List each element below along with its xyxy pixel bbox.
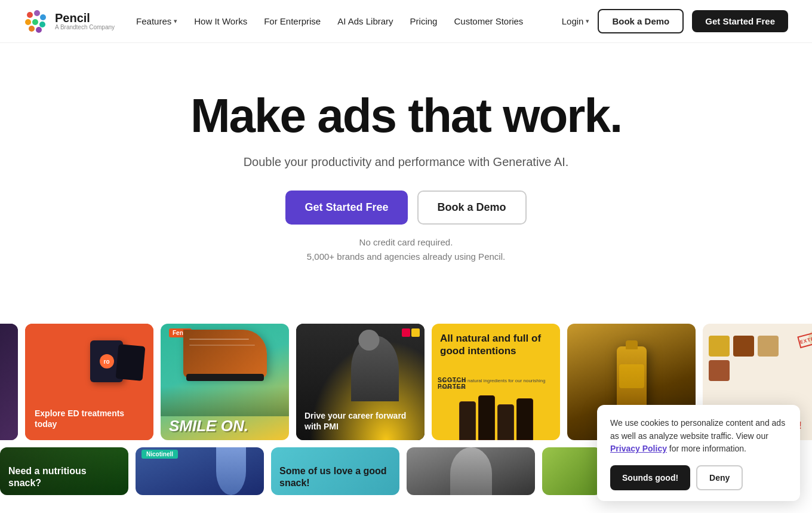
- hero-buttons: Get Started Free Book a Demo: [285, 191, 526, 225]
- logo-text: Pencil A Brandtech Company: [55, 12, 115, 31]
- list-item: [407, 447, 535, 495]
- cookie-deny-button[interactable]: Deny: [696, 465, 743, 490]
- svg-point-7: [36, 27, 42, 33]
- hero-title: Make ads that work.: [190, 91, 622, 141]
- ad-label: Drive your career forward with PMI: [304, 411, 416, 432]
- chevron-down-icon: ▾: [586, 17, 589, 25]
- navbar-left: Pencil A Brandtech Company Features ▾ Ho…: [24, 9, 523, 34]
- navbar-right: Login ▾ Book a Demo Get Started Free: [562, 9, 788, 33]
- ad-illustration: [183, 330, 267, 377]
- ad-person-head: [358, 330, 379, 351]
- ad-label: Explore ED treatments today: [35, 408, 144, 429]
- svg-point-0: [27, 12, 33, 18]
- ad-label: h.: [0, 417, 10, 431]
- palm-background: [161, 386, 289, 416]
- svg-point-2: [40, 14, 46, 20]
- ad-illustration: ro: [90, 340, 144, 382]
- cookie-banner: We use cookies to personalize content an…: [597, 405, 800, 501]
- ad-label: Some of us love a good snack!: [279, 465, 391, 489]
- list-item: Some of us love a good snack!: [271, 447, 399, 495]
- list-item: Need a nutritious snack?: [0, 447, 128, 495]
- nav-features[interactable]: Features ▾: [136, 16, 177, 26]
- ad-label: SMILE ON.: [169, 417, 281, 435]
- nav-for-enterprise[interactable]: For Enterprise: [264, 16, 321, 26]
- list-item: SCOTCHPORTER All natural and full of goo…: [432, 324, 560, 440]
- hero-section: Make ads that work. Double your producti…: [0, 43, 812, 300]
- privacy-policy-link[interactable]: Privacy Policy: [610, 444, 667, 453]
- logo: Pencil A Brandtech Company: [24, 9, 115, 34]
- brand-name: Pencil: [55, 12, 115, 24]
- hero-book-demo-button[interactable]: Book a Demo: [417, 191, 527, 225]
- ad-subtext: We only use natural ingredients for our …: [440, 377, 552, 391]
- nav-customer-stories[interactable]: Customer Stories: [454, 16, 523, 26]
- cookie-buttons: Sounds good! Deny: [610, 465, 787, 490]
- svg-point-6: [29, 26, 35, 32]
- hero-note-line2: 5,000+ brands and agencies already using…: [307, 250, 505, 264]
- list-item: Nicotinell: [136, 447, 264, 495]
- hero-get-started-button[interactable]: Get Started Free: [285, 191, 407, 225]
- svg-point-4: [32, 19, 38, 25]
- navbar: Pencil A Brandtech Company Features ▾ Ho…: [0, 0, 812, 43]
- brand-tagline: A Brandtech Company: [55, 24, 115, 31]
- list-item: [542, 447, 602, 495]
- ad-products: [432, 392, 560, 440]
- pencil-logo-icon: [24, 9, 49, 34]
- nav-links: Features ▾ How It Works For Enterprise A…: [136, 16, 523, 26]
- ad-brand: Nicotinell: [142, 450, 178, 459]
- nav-get-started-button[interactable]: Get Started Free: [692, 10, 788, 32]
- ad-person: [450, 447, 492, 495]
- hero-note: No credit card required. 5,000+ brands a…: [307, 235, 505, 264]
- list-item: h.: [0, 324, 18, 440]
- pmi-logo: [402, 328, 420, 337]
- hero-subtitle: Double your productivity and performance…: [244, 155, 569, 169]
- login-button[interactable]: Login ▾: [562, 16, 590, 26]
- nav-ai-ads-library[interactable]: AI Ads Library: [337, 16, 393, 26]
- svg-point-5: [39, 21, 45, 27]
- cookie-text: We use cookies to personalize content an…: [610, 417, 787, 456]
- list-item: Drive your career forward with PMI: [296, 324, 425, 440]
- nav-book-demo-button[interactable]: Book a Demo: [598, 9, 684, 33]
- list-item: ro Explore ED treatments today: [25, 324, 153, 440]
- ad-person: [216, 447, 246, 495]
- svg-point-1: [34, 10, 40, 16]
- ad-products: [709, 336, 786, 381]
- extreme-badge: EXTREME: [797, 329, 812, 348]
- list-item: SMILE ON. Fenix: [161, 324, 289, 440]
- ad-label: Need a nutritious snack?: [8, 465, 120, 489]
- svg-point-3: [25, 19, 31, 25]
- ad-label: All natural and full of good intentions: [440, 332, 552, 358]
- chevron-down-icon: ▾: [174, 17, 177, 25]
- cookie-accept-button[interactable]: Sounds good!: [610, 465, 690, 490]
- nav-how-it-works[interactable]: How It Works: [194, 16, 247, 26]
- hero-note-line1: No credit card required.: [307, 235, 505, 250]
- nav-pricing[interactable]: Pricing: [410, 16, 438, 26]
